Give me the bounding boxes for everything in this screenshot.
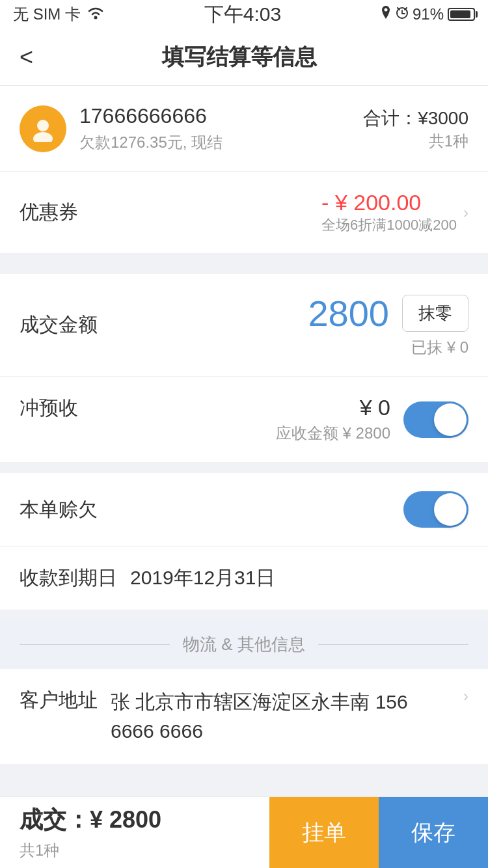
prepay-amount-block: ¥ 0 应收金额 ¥ 2800	[276, 395, 390, 444]
address-row[interactable]: 客户地址 张 北京市市辖区海淀区永丰南 156 6666 6666 ›	[0, 669, 488, 764]
coupon-desc: 全场6折满1000减200	[321, 215, 457, 235]
deal-amount-value[interactable]: 2800	[308, 292, 389, 334]
user-row: 17666666666 欠款1276.35元, 现结 合计：¥3000 共1种	[0, 86, 488, 171]
bottom-deal-prefix: 成交：	[20, 806, 90, 833]
user-count: 共1种	[363, 131, 468, 152]
wifi-icon	[86, 5, 105, 23]
bottom-deal-text: 成交：¥ 2800	[20, 804, 250, 836]
due-date-row: 收款到期日 2019年12月31日	[0, 547, 488, 610]
toggle-knob	[434, 403, 467, 436]
nav-bar: < 填写结算等信息	[0, 29, 488, 86]
location-icon	[380, 5, 392, 23]
due-date-label: 收款到期日	[20, 565, 117, 591]
coupon-row[interactable]: 优惠券 - ¥ 200.00 全场6折满1000减200 ›	[0, 171, 488, 253]
credit-toggle[interactable]	[403, 491, 468, 528]
bottom-summary: 成交：¥ 2800 共1种	[0, 804, 269, 861]
bottom-count: 共1种	[20, 840, 250, 861]
status-bar: 无 SIM 卡 下午4:03 91%	[0, 0, 488, 29]
svg-point-3	[37, 120, 49, 131]
carrier-label: 无 SIM 卡	[13, 4, 81, 25]
logistics-line-right	[318, 644, 468, 645]
logistics-line-left	[20, 644, 170, 645]
user-info: 17666666666 欠款1276.35元, 现结	[79, 104, 223, 153]
prepay-label: 冲预收	[20, 395, 78, 422]
section-divider-1	[0, 264, 488, 274]
prepay-amount: ¥ 0	[276, 395, 390, 420]
round-zero-button[interactable]: 抹零	[402, 295, 468, 332]
prepay-right: ¥ 0 应收金额 ¥ 2800	[276, 395, 468, 444]
logistics-divider: 物流 & 其他信息	[0, 620, 488, 669]
address-label: 客户地址	[20, 687, 98, 714]
user-phone: 17666666666	[79, 104, 223, 128]
credit-label: 本单赊欠	[20, 496, 98, 523]
alarm-icon	[396, 5, 409, 23]
chevron-right-icon: ›	[463, 204, 468, 222]
coupon-right: - ¥ 200.00 全场6折满1000减200 ›	[321, 190, 468, 235]
deal-section: 成交金额 2800 抹零 已抹 ¥ 0 冲预收 ¥ 0 应收金额 ¥ 2800	[0, 274, 488, 463]
section-divider-3	[0, 610, 488, 620]
status-time: 下午4:03	[204, 1, 281, 28]
user-section: 17666666666 欠款1276.35元, 现结 合计：¥3000 共1种 …	[0, 86, 488, 253]
coupon-amount: - ¥ 200.00	[321, 190, 421, 215]
user-debt: 欠款1276.35元, 现结	[79, 132, 223, 153]
prepay-row: 冲预收 ¥ 0 应收金额 ¥ 2800	[0, 377, 488, 463]
prepay-sub: 应收金额 ¥ 2800	[276, 423, 390, 444]
deal-amount-value-area: 2800 抹零	[308, 292, 468, 334]
svg-point-0	[94, 16, 98, 20]
hold-order-button[interactable]: 挂单	[269, 797, 379, 868]
svg-point-4	[33, 132, 53, 142]
prepay-toggle[interactable]	[403, 401, 468, 438]
credit-toggle-knob	[434, 493, 467, 526]
battery-icon	[448, 8, 475, 21]
bottom-deal-amount: ¥ 2800	[90, 806, 161, 833]
user-right: 合计：¥3000 共1种	[363, 106, 468, 152]
status-right: 91%	[380, 5, 475, 23]
deal-amount-label: 成交金额	[20, 312, 98, 338]
back-button[interactable]: <	[20, 44, 33, 71]
svg-point-1	[384, 8, 387, 12]
due-date-value: 2019年12月31日	[130, 565, 275, 591]
page-title: 填写结算等信息	[46, 42, 432, 72]
logistics-label: 物流 & 其他信息	[183, 633, 305, 656]
bottom-bar: 成交：¥ 2800 共1种 挂单 保存	[0, 796, 488, 868]
user-total: 合计：¥3000	[363, 106, 468, 131]
address-chevron-icon: ›	[463, 687, 468, 705]
credit-row: 本单赊欠	[0, 473, 488, 547]
status-left: 无 SIM 卡	[13, 4, 105, 25]
battery-text: 91%	[413, 5, 444, 23]
deal-amount-sub: 已抹 ¥ 0	[411, 337, 468, 358]
section-divider-2	[0, 463, 488, 473]
save-button[interactable]: 保存	[379, 797, 488, 868]
avatar	[20, 105, 66, 152]
address-value: 张 北京市市辖区海淀区永丰南 156 6666 6666	[111, 687, 450, 746]
user-left: 17666666666 欠款1276.35元, 现结	[20, 104, 223, 153]
coupon-label: 优惠券	[20, 199, 78, 226]
deal-amount-row: 成交金额 2800 抹零 已抹 ¥ 0	[0, 274, 488, 377]
